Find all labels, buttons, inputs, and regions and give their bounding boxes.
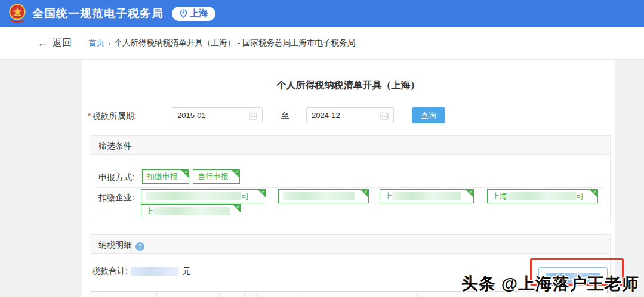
period-start-input[interactable]: 2015-01 [172,107,263,123]
back-label: 返回 [53,37,72,50]
breadcrumb-separator: › [108,39,111,48]
query-button[interactable]: 查询 [412,107,445,123]
company-tag-redacted[interactable]: ✓ [278,189,369,203]
check-icon: ✓ [184,169,189,175]
table-header-cell [245,292,258,297]
table-header-cell [130,292,157,297]
withholding-company-label: 扣缴企业: [98,193,134,203]
company-tag-redacted[interactable]: 上 ✓ [141,204,241,218]
table-header-cell [337,292,418,297]
table-header-cell [220,292,245,297]
table-header-cell [192,292,220,297]
table-header-cell [103,292,130,297]
breadcrumb-bar: ← 返回 首页 › 个人所得税纳税清单开具（上海） - 国家税务总局上海市电子税… [0,27,644,60]
company-tag-redacted[interactable]: 司 ✓ [141,189,266,203]
tax-total-row: 税款合计: 元 [90,266,191,278]
help-icon[interactable]: ? [135,242,144,251]
region-selector[interactable]: 上海 [172,7,215,21]
filter-section-title: 筛选条件 [90,136,610,155]
app-title: 全国统一规范电子税务局 [32,6,164,21]
check-icon: ✓ [261,189,266,194]
required-mark: * [88,111,91,120]
period-form-row: *税款所属期: 2015-01 至 2024-12 [82,107,615,123]
national-emblem-logo [7,3,27,24]
period-end-input[interactable]: 2024-12 [306,107,394,123]
redacted-company-name [392,192,461,200]
redacted-tax-amount [131,267,179,276]
redacted-company-name [507,192,576,200]
location-pin-icon [180,9,187,18]
redacted-company-name [283,192,355,200]
redacted-company-name [146,192,241,200]
obscured-button-text [546,273,600,279]
obscured-action-button[interactable] [538,267,608,293]
method-tag-self-declare[interactable]: 自行申报 ✓ [193,169,240,184]
table-header-cell [258,292,298,297]
company-tag-redacted[interactable]: 上海 司 ✓ [487,189,598,203]
app-header: 全国统一规范电子税务局 上海 [0,0,644,27]
company-tag-redacted[interactable]: 上 ✓ [380,189,474,203]
table-header-cell [418,292,531,297]
calendar-icon[interactable] [249,112,257,120]
breadcrumb-home-link[interactable]: 首页 [88,38,104,48]
table-header-cell [298,292,337,297]
table-header-cell [90,292,103,297]
check-icon: ✓ [236,204,241,209]
tax-detail-title: 纳税明细? [90,235,610,254]
redacted-company-name [153,207,230,215]
region-label: 上海 [190,8,208,19]
detail-table-header [90,291,611,297]
check-icon: ✓ [363,189,368,194]
table-header-cell [157,292,192,297]
check-icon: ✓ [593,189,597,194]
check-icon: ✓ [235,169,239,175]
obscured-button-text [556,280,590,285]
period-start-value: 2015-01 [177,111,249,120]
row-divider [96,187,604,188]
tax-detail-section: 纳税明细? 税款合计: 元 [90,234,611,297]
filter-section: 筛选条件 申报方式: 扣缴申报 ✓ 自行申报 ✓ 扣缴企业: 司 ✓ [90,135,611,222]
breadcrumb: 首页 › 个人所得税纳税清单开具（上海） - 国家税务总局上海市电子税务局 [88,38,355,48]
back-button[interactable]: ← 返回 [37,37,72,50]
period-to-label: 至 [281,110,289,121]
period-label: *税款所属期: [88,111,136,122]
tax-total-label: 税款合计: [92,266,128,276]
content-panel: 个人所得税纳税清单开具（上海） *税款所属期: 2015-01 至 2024-1… [82,60,615,297]
calendar-icon[interactable] [380,112,389,120]
check-icon: ✓ [469,189,473,194]
method-tag-withholding[interactable]: 扣缴申报 ✓ [142,169,189,184]
breadcrumb-current: 个人所得税纳税清单开具（上海） - 国家税务总局上海市电子税务局 [115,38,356,48]
back-arrow-icon: ← [37,37,48,50]
tax-unit-label: 元 [183,266,191,276]
page-background: 个人所得税纳税清单开具（上海） *税款所属期: 2015-01 至 2024-1… [0,60,644,297]
declare-method-label: 申报方式: [98,172,134,183]
page-title: 个人所得税纳税清单开具（上海） [82,79,615,92]
period-end-value: 2024-12 [312,111,380,120]
